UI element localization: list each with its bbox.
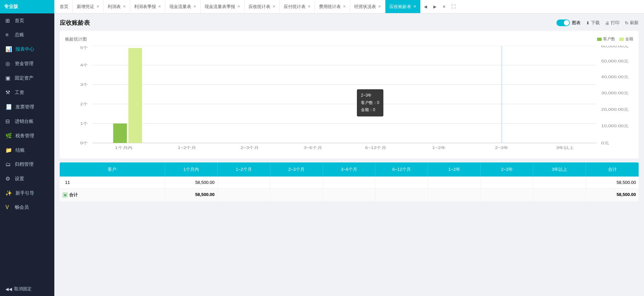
svg-text:2~3年: 2~3年 (495, 146, 508, 150)
td-total-12m (375, 189, 428, 201)
chart-title: 账龄统计图 (65, 36, 633, 42)
tab-cashflow[interactable]: 现金流量表 ✕ (165, 0, 201, 13)
td-total-6m (323, 189, 376, 201)
sidebar-item-assets[interactable]: ▣ 固定资产 (0, 71, 54, 85)
svg-text:5个: 5个 (80, 46, 88, 50)
download-button[interactable]: ⬇ 下载 (586, 20, 600, 26)
sidebar-item-invoices[interactable]: 🧾 发票管理 (0, 100, 54, 114)
close-tab-profit[interactable]: ✕ (123, 4, 126, 9)
tab-business-status[interactable]: 经营状况表 ✕ (350, 0, 385, 13)
svg-text:4个: 4个 (80, 63, 88, 67)
guide-icon: ✨ (5, 190, 12, 196)
td-3m (270, 177, 323, 188)
tab-new-voucher[interactable]: 新增凭证 ✕ (73, 0, 104, 13)
svg-text:60,000.00元: 60,000.00元 (601, 46, 629, 48)
print-icon: 🖨 (605, 20, 609, 26)
svg-text:20,000.00元: 20,000.00元 (601, 107, 629, 112)
sidebar-item-settings[interactable]: ⚙ 设置 (0, 171, 54, 186)
td-total-3y (481, 189, 533, 201)
tab-next-button[interactable]: ▶ (430, 0, 439, 13)
svg-text:2个: 2个 (80, 102, 88, 106)
bar-1m-amount (128, 48, 142, 143)
td-12m (375, 177, 428, 188)
chart-area: 0个 1个 2个 3个 4个 5个 0元 10,000.00元 20,000.0… (65, 46, 633, 153)
unpin-button[interactable]: ◀◀ 取消固定 (0, 282, 54, 296)
td-total-1m: 58,500.00 (165, 189, 218, 201)
tab-prev-button[interactable]: ◀ (421, 0, 430, 13)
sidebar-item-home[interactable]: ⊞ 首页 (0, 13, 54, 28)
page-actions: 图表 ⬇ 下载 🖨 打印 ↻ 刷新 (556, 19, 639, 26)
th-1m: 1个月内 (165, 162, 218, 177)
close-tab-ar-stats[interactable]: ✕ (272, 4, 275, 9)
sidebar-item-label: 发票管理 (15, 104, 34, 110)
refresh-button[interactable]: ↻ 刷新 (625, 20, 639, 26)
sidebar-item-ledger[interactable]: ≡ 总账 (0, 28, 54, 42)
tab-ap-stats[interactable]: 应付统计表 ✕ (280, 0, 315, 13)
svg-text:10,000.00元: 10,000.00元 (601, 124, 629, 128)
sidebar-item-label: 设置 (15, 176, 24, 182)
svg-text:30,000.00元: 30,000.00元 (601, 91, 629, 95)
sidebar-item-tax[interactable]: 🌿 税务管理 (0, 129, 54, 143)
sidebar-item-vip[interactable]: V 畅会员 (0, 200, 54, 214)
toggle-knob[interactable] (556, 19, 570, 26)
td-total-over (533, 189, 586, 201)
svg-text:3个: 3个 (80, 83, 88, 87)
close-tab-cashflow[interactable]: ✕ (193, 4, 196, 9)
tab-ar-aging[interactable]: 应收账龄表 ✕ (385, 0, 421, 13)
sidebar-item-inventory[interactable]: ⊟ 进销台账 (0, 114, 54, 129)
svg-text:1个月内: 1个月内 (115, 146, 132, 150)
tab-close-all-button[interactable]: ✕ (439, 0, 449, 13)
close-tab-profit-quarterly[interactable]: ✕ (158, 4, 161, 9)
home-icon: ⊞ (5, 17, 11, 24)
tab-expense-stats[interactable]: 费用统计表 ✕ (315, 0, 350, 13)
legend-customers-color (597, 38, 602, 41)
close-tab-new-voucher[interactable]: ✕ (96, 4, 99, 9)
td-total-2y (428, 189, 481, 201)
td-6m (323, 177, 376, 188)
sidebar-item-label: 进销台账 (15, 118, 34, 125)
tab-ar-stats[interactable]: 应收统计表 ✕ (245, 0, 280, 13)
chart-toggle[interactable]: 图表 (556, 19, 581, 26)
ledger-icon: ≡ (5, 32, 11, 38)
total-icon: ≋ (62, 192, 68, 198)
tab-profit-quarterly[interactable]: 利润表季报 ✕ (130, 0, 165, 13)
print-button[interactable]: 🖨 打印 (605, 20, 620, 26)
tab-expand-button[interactable]: ⛶ (449, 0, 458, 13)
close-tab-cashflow-quarterly[interactable]: ✕ (237, 4, 240, 9)
app-logo: 专业版 (0, 0, 54, 13)
svg-text:2~3个月: 2~3个月 (240, 146, 259, 150)
sidebar-item-guide[interactable]: ✨ 新手引导 (0, 186, 54, 200)
svg-text:3年以上: 3年以上 (556, 146, 574, 150)
sidebar-item-archive[interactable]: 🗂 归档管理 (0, 157, 54, 171)
inventory-icon: ⊟ (5, 118, 11, 125)
page-title: 应收账龄表 (60, 19, 90, 27)
th-3y: 2~3年 (481, 162, 533, 177)
tab-cashflow-quarterly[interactable]: 现金流量表季报 ✕ (201, 0, 245, 13)
page-body: 应收账龄表 图表 ⬇ 下载 🖨 打印 ↻ 刷新 (54, 13, 644, 296)
sidebar-item-close[interactable]: 📁 结账 (0, 143, 54, 157)
chart-container: 账龄统计图 客户数 金额 (60, 31, 639, 158)
close-tab-ap-stats[interactable]: ✕ (308, 4, 311, 9)
tab-home[interactable]: 首页 (56, 0, 73, 13)
th-2y: 1~2年 (428, 162, 481, 177)
table-total-row: ≋ 合计 58,500.00 58,500.00 (60, 189, 639, 201)
sidebar: 专业版 ⊞ 首页 ≡ 总账 📊 报表中心 ◎ 资金管理 ▣ 固定资产 ⚒ 工资 … (0, 0, 54, 296)
tabs-bar: 首页 新增凭证 ✕ 利润表 ✕ 利润表季报 ✕ 现金流量表 ✕ 现金流量表季报 … (54, 0, 644, 13)
legend-customers: 客户数 (597, 36, 615, 42)
sidebar-item-reports[interactable]: 📊 报表中心 (0, 42, 54, 56)
svg-text:0元: 0元 (601, 141, 609, 145)
th-6m: 3~6个月 (323, 162, 376, 177)
sidebar-item-funds[interactable]: ◎ 资金管理 (0, 56, 54, 71)
vip-icon: V (5, 204, 11, 210)
close-tab-business-status[interactable]: ✕ (378, 4, 381, 9)
tab-profit[interactable]: 利润表 ✕ (104, 0, 130, 13)
sidebar-item-payroll[interactable]: ⚒ 工资 (0, 85, 54, 100)
close-tab-ar-aging[interactable]: ✕ (413, 4, 416, 9)
td-customer: 11 (60, 177, 165, 188)
close-tab-expense-stats[interactable]: ✕ (343, 4, 346, 9)
svg-text:1~2个月: 1~2个月 (178, 146, 196, 150)
archive-icon: 🗂 (5, 161, 11, 167)
chart-legend: 客户数 金额 (597, 36, 633, 42)
toggle-label: 图表 (572, 20, 581, 26)
sidebar-item-label: 首页 (15, 18, 24, 24)
